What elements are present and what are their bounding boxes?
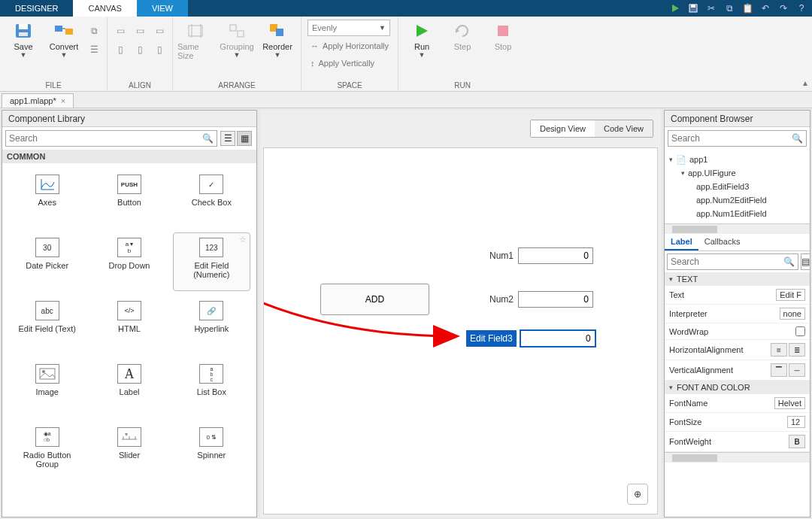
design-view-button[interactable]: Design View: [531, 120, 595, 137]
prop-fontname-value[interactable]: Helvet: [774, 397, 805, 409]
document-tab-app1[interactable]: app1.mlapp* ×: [2, 93, 74, 108]
component-image[interactable]: Image: [8, 359, 86, 417]
valign-mid-btn[interactable]: ─: [789, 363, 805, 377]
space-evenly-select[interactable]: Evenly▼: [308, 20, 390, 36]
component-edit-field-text[interactable]: abcEdit Field (Text): [8, 296, 86, 354]
code-view-button[interactable]: Code View: [595, 120, 653, 137]
num2-label: Num2: [489, 294, 514, 305]
close-tab-icon[interactable]: ×: [61, 96, 65, 105]
component-slider[interactable]: Slider: [90, 422, 168, 481]
file-group-label: FILE: [45, 80, 61, 91]
tab-label[interactable]: Label: [665, 234, 698, 250]
property-search-input[interactable]: [671, 256, 783, 267]
component-spinner[interactable]: 0 ⇅Spinner: [173, 422, 250, 481]
text-group-header[interactable]: ▾TEXT: [665, 272, 810, 286]
tree-node-num1[interactable]: app.Num1EditField: [666, 207, 808, 220]
compare-icon[interactable]: ⧉: [86, 23, 102, 39]
component-search-input[interactable]: [9, 133, 202, 144]
run-button[interactable]: Run ▼: [403, 20, 441, 59]
grid-view-icon[interactable]: ▦: [237, 131, 252, 146]
component-datepicker[interactable]: 30Date Picker: [8, 232, 86, 291]
component-checkbox[interactable]: ✓Check Box: [173, 169, 250, 228]
paste-icon[interactable]: 📋: [741, 2, 753, 14]
step-button[interactable]: Step: [444, 20, 481, 51]
align-middle-icon[interactable]: ▯: [132, 41, 148, 58]
align-center-btn[interactable]: ≣: [789, 343, 805, 357]
props-scrollbar[interactable]: [665, 452, 810, 463]
component-edit-field-numeric[interactable]: ☆ 123Edit Field (Numeric): [173, 232, 250, 291]
list-view-icon[interactable]: ☰: [220, 131, 235, 146]
ribbon-space-group: Evenly▼ ↔Apply Horizontally ↕Apply Verti…: [301, 17, 398, 91]
tree-label: app.Num2EditField: [696, 193, 767, 207]
tree-scrollbar[interactable]: [665, 223, 810, 234]
prop-fontsize-value[interactable]: 12: [787, 416, 805, 428]
copy-icon[interactable]: ⧉: [723, 2, 735, 14]
component-label[interactable]: ALabel: [90, 359, 168, 417]
undo-icon[interactable]: ↶: [759, 2, 771, 14]
component-dropdown[interactable]: a ▾bDrop Down: [90, 232, 168, 291]
tab-designer[interactable]: DESIGNER: [0, 0, 73, 17]
tab-canvas[interactable]: CANVAS: [73, 0, 136, 17]
apply-vertically-button[interactable]: ↕Apply Vertically: [308, 56, 392, 71]
zoom-button[interactable]: ⊕: [627, 484, 648, 505]
quick-access-toolbar: ✂ ⧉ 📋 ↶ ↷ ?: [669, 0, 807, 17]
tree-node-app1[interactable]: ▾📄app1: [666, 153, 808, 166]
run-icon[interactable]: [669, 2, 681, 14]
add-button[interactable]: ADD: [320, 284, 429, 315]
align-bottom-icon[interactable]: ▯: [151, 41, 168, 58]
prop-interpreter: Interpreternone: [665, 305, 810, 323]
valign-top-btn[interactable]: ▔: [771, 363, 787, 377]
help-icon[interactable]: ?: [795, 2, 807, 14]
tree-node-num2[interactable]: app.Num2EditField: [666, 193, 808, 207]
tab-callbacks[interactable]: Callbacks: [698, 234, 747, 250]
align-top-icon[interactable]: ▭: [132, 23, 148, 39]
save-icon[interactable]: [687, 2, 699, 14]
num1-input[interactable]: [518, 247, 593, 264]
apply-horizontally-button[interactable]: ↔Apply Horizontally: [308, 38, 392, 53]
component-radiogroup[interactable]: ◉a○bRadio Button Group: [8, 422, 86, 481]
browser-search-input[interactable]: [671, 133, 792, 144]
prop-interpreter-value[interactable]: none: [780, 308, 805, 320]
component-axes[interactable]: Axes: [8, 169, 86, 228]
align-left-btn[interactable]: ≡: [771, 343, 787, 357]
grouping-button[interactable]: Grouping ▼: [218, 20, 256, 59]
categorize-icon[interactable]: ▤: [801, 253, 810, 270]
tree-node-uifigure[interactable]: ▾app.UIFigure: [666, 166, 808, 180]
component-html[interactable]: </>HTML: [90, 296, 168, 354]
bold-button[interactable]: B: [789, 435, 805, 448]
component-button[interactable]: PUSHButton: [90, 169, 168, 228]
tab-view[interactable]: VIEW: [137, 0, 188, 17]
editfield3-input[interactable]: [520, 330, 595, 347]
browser-search[interactable]: 🔍: [668, 130, 807, 147]
expand-icon[interactable]: ▾: [669, 153, 673, 166]
ui-figure[interactable]: ADD Num1 Num2 Edit Field3 ⊕: [263, 147, 658, 514]
align-center-icon[interactable]: ▯: [112, 41, 129, 58]
component-hyperlink[interactable]: 🔗Hyperlink: [173, 296, 250, 354]
component-listbox[interactable]: abcList Box: [173, 359, 250, 417]
prop-wordwrap-checkbox[interactable]: [795, 326, 805, 336]
align-left-icon[interactable]: ▭: [112, 23, 129, 39]
details-icon[interactable]: ☰: [86, 41, 102, 58]
svg-rect-2: [691, 5, 695, 8]
property-search[interactable]: 🔍: [667, 253, 798, 270]
num2-input[interactable]: [518, 291, 593, 308]
editfield3-label[interactable]: Edit Field3: [467, 331, 516, 346]
reorder-button[interactable]: Reorder ▼: [259, 20, 296, 59]
component-search[interactable]: 🔍: [5, 130, 217, 147]
svg-rect-4: [19, 24, 28, 29]
convert-button[interactable]: Convert ▼: [45, 20, 83, 59]
favorite-star-icon[interactable]: ☆: [239, 235, 247, 244]
prop-name: Interpreter: [669, 309, 707, 318]
expand-icon[interactable]: ▾: [681, 166, 685, 180]
prop-text-value[interactable]: Edit F: [776, 289, 805, 301]
font-group-header[interactable]: ▾FONT AND COLOR: [665, 381, 810, 394]
editfield3-field-row: Edit Field3: [467, 330, 595, 347]
minimize-ribbon-icon[interactable]: ▴: [803, 77, 807, 88]
redo-icon[interactable]: ↷: [777, 2, 789, 14]
stop-button[interactable]: Stop: [484, 20, 522, 51]
tree-node-editfield3[interactable]: app.EditField3: [666, 180, 808, 193]
save-button[interactable]: Save ▼: [5, 20, 42, 59]
align-right-icon[interactable]: ▭: [151, 23, 168, 39]
cut-icon[interactable]: ✂: [705, 2, 717, 14]
same-size-button[interactable]: Same Size: [177, 20, 215, 60]
